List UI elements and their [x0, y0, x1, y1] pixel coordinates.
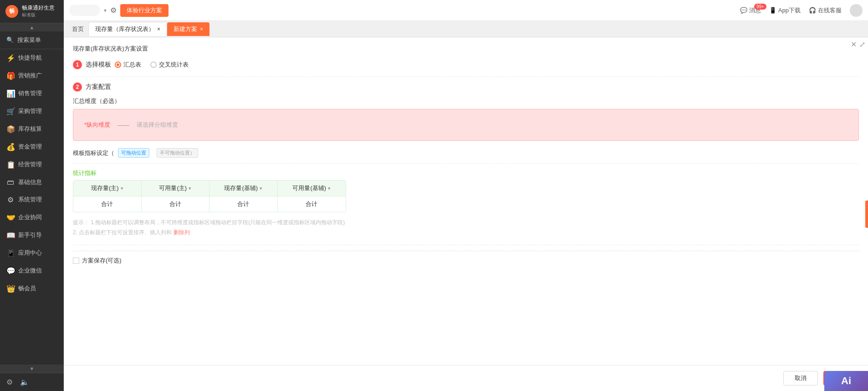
sidebar-label-operations: 经营管理 [18, 160, 42, 169]
tab-home[interactable]: 首页 [67, 22, 88, 36]
col-header-1[interactable]: 现存量(主) ▾ [73, 180, 142, 196]
col-3-chevron-icon[interactable]: ▾ [260, 185, 262, 191]
sales-icon: 📊 [6, 89, 15, 98]
settings-icon[interactable]: ⚙ [6, 378, 13, 386]
tab-inventory-close-icon[interactable]: × [157, 26, 160, 32]
online-service-button[interactable]: 🎧 在线客服 [809, 6, 842, 15]
radio-cross-label: 交叉统计表 [159, 61, 189, 69]
main-area: ▾ ⚙ 体验行业方案 💬 消息 99+ 📱 App下载 🎧 在线客服 首页 现存 [64, 0, 868, 391]
step2-number: 2 [73, 82, 82, 92]
sidebar-label-inventory: 库存核算 [18, 125, 42, 133]
save-label: 方案保存(可选) [82, 257, 122, 265]
app-download-icon: 📱 [769, 7, 776, 14]
cell-1-3: 合计 [209, 196, 278, 212]
vertical-dim-required-label: *纵向维度 [84, 121, 110, 129]
step1-section: 1 选择模板 汇总表 交叉统计表 [73, 60, 859, 69]
tab-new-close-icon[interactable]: × [200, 26, 203, 32]
bottom-spacer [73, 265, 859, 292]
sidebar-item-apps[interactable]: 📱 应用中心 [0, 244, 64, 262]
sidebar-item-purchase[interactable]: 🛒 采购管理 [0, 103, 64, 120]
ai-float-button[interactable]: Ai [824, 371, 868, 391]
radio-summary-dot [115, 62, 121, 68]
tip2-content: 2. 点击标题栏下拉可设置排序、插入列和 [73, 229, 172, 236]
sidebar-item-newbie[interactable]: 📖 新手引导 [0, 226, 64, 244]
trial-industry-button[interactable]: 体验行业方案 [120, 4, 168, 17]
sidebar-item-marketing[interactable]: 🎁 营销推广 [0, 67, 64, 85]
sidebar-item-wechat[interactable]: 💬 企业微信 [0, 262, 64, 280]
topbar-left: ▾ ⚙ 体验行业方案 [69, 4, 168, 17]
step1-header: 1 选择模板 汇总表 交叉统计表 [73, 60, 859, 69]
logo-icon: 畅 [5, 5, 18, 18]
newbie-icon: 📖 [6, 231, 15, 240]
divider1 [73, 77, 859, 77]
sidebar-item-quicknav[interactable]: ⚡ 快捷导航 [0, 49, 64, 67]
cell-1-4: 合计 [278, 196, 346, 212]
sidebar-item-inventory[interactable]: 📦 库存核算 [0, 120, 64, 138]
message-button[interactable]: 💬 消息 99+ [740, 6, 761, 15]
cancel-button[interactable]: 取消 [783, 371, 818, 386]
headset-icon: 🎧 [809, 7, 816, 14]
tips-prefix: 提示： [73, 219, 89, 226]
panel-close-button[interactable]: ✕ [851, 40, 857, 49]
col-header-4[interactable]: 可用量(基辅) ▾ [278, 180, 346, 196]
col-4-chevron-icon[interactable]: ▾ [328, 185, 331, 191]
col-2-chevron-icon[interactable]: ▾ [189, 185, 191, 191]
panel-expand-button[interactable]: ⤢ [859, 40, 865, 49]
user-avatar[interactable] [850, 4, 863, 17]
tip2-text: 2. 点击标题栏下拉可设置排序、插入列和 删除列 [73, 228, 859, 238]
radio-summary-table[interactable]: 汇总表 [115, 61, 141, 69]
marketing-icon: 🎁 [6, 72, 15, 80]
message-icon: 💬 [740, 7, 747, 14]
sidebar-item-search[interactable]: 🔍 搜索菜单 [0, 31, 64, 49]
stats-title: 统计指标 [73, 169, 859, 177]
sidebar-item-sales[interactable]: 📊 销售管理 [0, 85, 64, 103]
sidebar-item-system[interactable]: ⚙ 系统管理 [0, 191, 64, 209]
topbar-chevron-icon[interactable]: ▾ [104, 7, 107, 14]
summary-dimension-label: 汇总维度（必选） [73, 97, 859, 105]
topbar-search-box[interactable] [69, 5, 100, 16]
sidebar-scroll-down[interactable]: ▼ [0, 365, 64, 373]
sidebar-item-finance[interactable]: 💰 资金管理 [0, 138, 64, 156]
sidebar-label-finance: 资金管理 [18, 143, 42, 151]
bottom-actions: 取消 查询 [64, 365, 868, 391]
right-scroll-indicator [865, 201, 868, 228]
operations-icon: 📋 [6, 160, 15, 169]
divider2 [73, 163, 859, 164]
sidebar-item-enterprise[interactable]: 🤝 企业协同 [0, 209, 64, 226]
panel-topright-controls: ✕ ⤢ [851, 40, 865, 49]
member-icon: 👑 [6, 284, 15, 293]
dim-placeholder: 请选择分组维度 [137, 121, 178, 129]
sidebar-label-newbie: 新手引导 [18, 231, 42, 239]
step2-label: 方案配置 [86, 83, 111, 91]
sidebar-label-basics: 基础信息 [18, 178, 42, 186]
stats-section: 统计指标 现存量(主) ▾ 可用量(主) ▾ [73, 169, 859, 212]
col-4-label: 可用量(基辅) [292, 184, 326, 192]
tab-inventory-status[interactable]: 现存量（库存状况表） × [88, 22, 167, 36]
save-checkbox[interactable] [73, 257, 79, 264]
tab-new-scheme[interactable]: 新建方案 × [167, 22, 209, 36]
tip2-highlight: 删除列 [174, 229, 190, 236]
audio-icon[interactable]: 🔈 [20, 378, 29, 386]
col-header-3[interactable]: 现存量(基辅) ▾ [209, 180, 278, 196]
col-header-2[interactable]: 可用量(主) ▾ [142, 180, 210, 196]
sidebar-label-enterprise: 企业协同 [18, 213, 42, 221]
sidebar-scroll-up[interactable]: ▲ [0, 23, 64, 31]
panel: 现存量(库存状况表)方案设置 1 选择模板 汇总表 交叉统计表 [64, 37, 868, 391]
radio-cross-table[interactable]: 交叉统计表 [150, 61, 189, 69]
sidebar-item-basics[interactable]: 🗃 基础信息 [0, 174, 64, 191]
topbar-gear-icon[interactable]: ⚙ [110, 6, 117, 15]
sidebar-item-operations[interactable]: 📋 经营管理 [0, 156, 64, 174]
tip1-text: 提示： 1.拖动标题栏可以调整布局，不可跨维度或指标区域拖动栏目字段(只能在同一… [73, 218, 859, 228]
col-2-label: 可用量(主) [159, 184, 187, 192]
save-option[interactable]: 方案保存(可选) [73, 257, 859, 265]
sidebar-item-member[interactable]: 👑 畅会员 [0, 280, 64, 298]
purchase-icon: 🛒 [6, 107, 15, 116]
col-1-chevron-icon[interactable]: ▾ [121, 185, 123, 191]
cell-1-2: 合计 [142, 196, 210, 212]
app-download-button[interactable]: 📱 App下载 [769, 6, 801, 15]
sidebar-bottom: ⚙ 🔈 [0, 373, 64, 391]
col-1-label: 现存量(主) [91, 184, 119, 192]
online-service-label: 在线客服 [818, 6, 842, 15]
dimension-area[interactable]: *纵向维度 —— 请选择分组维度 [73, 109, 859, 141]
apps-icon: 📱 [6, 249, 15, 257]
